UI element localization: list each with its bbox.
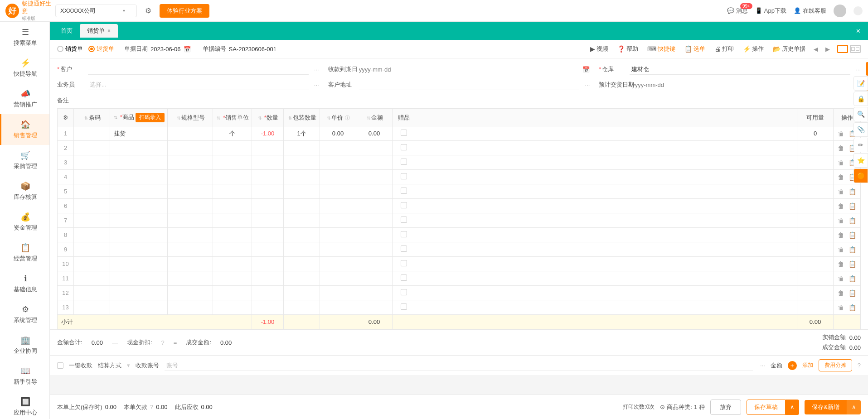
sidebar-item-purchase[interactable]: 🛒 采购管理 <box>0 145 49 176</box>
row-gift[interactable] <box>393 257 415 271</box>
row-amount[interactable] <box>356 286 393 300</box>
due-date-calendar-icon[interactable]: 📅 <box>582 66 590 73</box>
online-service-btn[interactable]: 👤 在线客服 <box>794 7 826 15</box>
view-list-btn[interactable] <box>837 45 848 53</box>
avatar-2[interactable] <box>853 6 863 15</box>
row-qty[interactable] <box>252 257 284 271</box>
row-qty[interactable] <box>252 199 284 213</box>
row-gift[interactable] <box>393 155 415 170</box>
row-barcode[interactable] <box>74 199 110 213</box>
row-price[interactable] <box>320 199 356 213</box>
header-settings-btn[interactable]: ⚙ <box>141 4 155 18</box>
row-price[interactable] <box>320 271 356 286</box>
gift-checkbox[interactable] <box>401 289 407 295</box>
scan-btn[interactable]: 扫码录入 <box>136 113 165 122</box>
delete-icon[interactable]: 🗑 <box>838 275 844 282</box>
gift-checkbox[interactable] <box>401 231 407 237</box>
app-download-btn[interactable]: 📱 App下载 <box>755 7 786 15</box>
row-gift[interactable] <box>393 271 415 286</box>
copy-icon[interactable]: 📋 <box>849 275 856 282</box>
row-product[interactable] <box>110 141 168 155</box>
copy-icon[interactable]: 📋 <box>849 217 856 224</box>
row-amount[interactable] <box>356 155 393 170</box>
abandon-btn[interactable]: 放弃 <box>710 400 741 415</box>
fee-question-icon[interactable]: ? <box>858 362 861 369</box>
customer-addr-input[interactable] <box>359 79 580 90</box>
row-spec[interactable] <box>168 271 213 286</box>
row-amount[interactable] <box>356 184 393 199</box>
salesperson-input[interactable] <box>88 79 309 90</box>
right-float-attach-btn[interactable]: 📎 <box>853 122 868 137</box>
row-gift[interactable] <box>393 213 415 228</box>
row-barcode[interactable] <box>74 300 110 315</box>
row-pkg-qty[interactable] <box>284 228 320 242</box>
gift-checkbox[interactable] <box>401 303 407 310</box>
row-spec[interactable] <box>168 126 213 141</box>
row-qty[interactable] <box>252 184 284 199</box>
message-btn[interactable]: 💬 消息 99+ <box>727 7 748 15</box>
row-spec[interactable] <box>168 286 213 300</box>
row-barcode[interactable] <box>74 184 110 199</box>
row-spec[interactable] <box>168 242 213 257</box>
gift-checkbox[interactable] <box>401 260 407 266</box>
sort-icon-4[interactable]: ⇅ <box>217 116 220 120</box>
row-pkg-qty[interactable] <box>284 257 320 271</box>
delete-icon[interactable]: 🗑 <box>838 130 844 137</box>
product-kind-radio[interactable]: ⊙ <box>660 404 665 410</box>
account-input[interactable] <box>165 360 753 371</box>
row-product[interactable] <box>110 286 168 300</box>
delete-icon[interactable]: 🗑 <box>838 304 844 311</box>
row-pkg-qty[interactable] <box>284 141 320 155</box>
save-draft-arrow-btn[interactable]: ∧ <box>786 400 799 415</box>
gift-checkbox[interactable] <box>401 130 407 136</box>
row-pkg-qty[interactable] <box>284 271 320 286</box>
add-payment-btn[interactable]: + <box>788 361 797 370</box>
row-product[interactable] <box>110 228 168 242</box>
row-spec[interactable] <box>168 184 213 199</box>
row-barcode[interactable] <box>74 213 110 228</box>
row-amount[interactable] <box>356 170 393 184</box>
row-spec[interactable] <box>168 300 213 315</box>
row-amount[interactable] <box>356 271 393 286</box>
radio-sales[interactable]: 销货单 <box>57 45 83 53</box>
row-product[interactable] <box>110 257 168 271</box>
row-pkg-qty[interactable] <box>284 286 320 300</box>
row-product[interactable] <box>110 184 168 199</box>
save-draft-btn[interactable]: 保存草稿 <box>747 400 786 415</box>
tab-home[interactable]: 首页 <box>53 24 80 38</box>
row-product[interactable] <box>110 155 168 170</box>
save-new-arrow-btn[interactable]: ∧ <box>847 400 861 414</box>
tab-close-window[interactable]: ✕ <box>852 26 864 36</box>
row-qty[interactable] <box>252 286 284 300</box>
delete-icon[interactable]: 🗑 <box>838 173 844 181</box>
row-unit[interactable] <box>213 286 252 300</box>
delete-icon[interactable]: 🗑 <box>838 202 844 210</box>
gift-checkbox[interactable] <box>401 188 407 194</box>
history-btn[interactable]: 📂 历史单据 <box>770 43 808 54</box>
gift-checkbox[interactable] <box>401 246 407 252</box>
radio-return[interactable]: 退货单 <box>88 45 114 53</box>
due-date-input[interactable] <box>359 66 579 73</box>
gift-checkbox[interactable] <box>401 217 407 223</box>
row-barcode[interactable] <box>74 271 110 286</box>
sidebar-item-search[interactable]: ☰ 搜索菜单 <box>0 22 49 53</box>
settings-float-btn[interactable]: ⚙ 设置 <box>866 62 868 76</box>
row-spec[interactable] <box>168 199 213 213</box>
row-pkg-qty[interactable] <box>284 300 320 315</box>
right-float-star-btn[interactable]: ⭐ <box>853 153 868 168</box>
row-barcode[interactable] <box>74 228 110 242</box>
copy-icon[interactable]: 📋 <box>849 246 856 253</box>
row-amount[interactable] <box>356 300 393 315</box>
row-pkg-qty[interactable] <box>284 170 320 184</box>
row-price[interactable] <box>320 257 356 271</box>
company-selector[interactable]: XXXXXX公司 ▾ <box>55 5 137 17</box>
row-unit[interactable] <box>213 170 252 184</box>
sidebar-item-sales[interactable]: 🏠 销售管理 <box>0 114 49 145</box>
row-price[interactable] <box>320 228 356 242</box>
sidebar-item-quicknav[interactable]: ⚡ 快捷导航 <box>0 53 49 83</box>
sidebar-item-marketing[interactable]: 📣 营销推广 <box>0 83 49 114</box>
delete-icon[interactable]: 🗑 <box>838 217 844 224</box>
delete-icon[interactable]: 🗑 <box>838 144 844 152</box>
row-gift[interactable] <box>393 141 415 155</box>
row-spec[interactable] <box>168 228 213 242</box>
